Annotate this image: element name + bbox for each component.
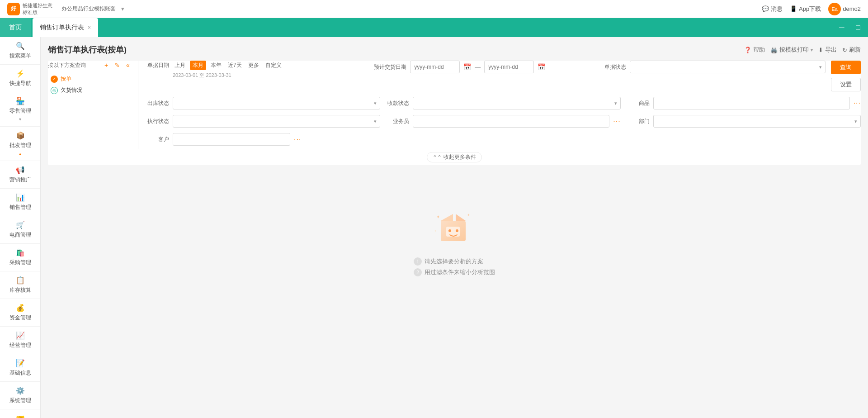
- print-arrow-icon: ▾: [811, 48, 813, 52]
- tab-bar-actions: ─ □: [835, 21, 868, 34]
- customer-input[interactable]: [173, 133, 290, 146]
- date-tab-custom[interactable]: 自定义: [264, 61, 283, 70]
- export-button[interactable]: ⬇ 导出: [818, 46, 837, 54]
- salesman-dots-button[interactable]: ···: [613, 117, 620, 125]
- svg-text:✦: ✦: [434, 229, 437, 233]
- add-scheme-button[interactable]: +: [102, 61, 111, 70]
- search-icon: 🔍: [16, 42, 25, 50]
- calendar-start-icon[interactable]: 📅: [463, 63, 471, 71]
- empty-hints: 1 请先选择要分析的方案 2 用过滤条件来缩小分析范围: [414, 257, 495, 276]
- tab-sales-order[interactable]: 销售订单执行表 ×: [33, 18, 98, 37]
- date-tab-more[interactable]: 更多: [246, 61, 261, 70]
- scheme-item-欠货情况[interactable]: ◎ 欠货情况: [48, 85, 132, 96]
- scheme-item-按单[interactable]: ✓ 按单: [48, 73, 132, 85]
- sidebar-item-operation[interactable]: 📈 经营管理: [0, 327, 40, 354]
- sidebar-item-stock[interactable]: 📋 库存核算: [0, 271, 40, 299]
- exec-status-label: 执行状态: [146, 118, 169, 125]
- page-actions: ❓ 帮助 🖨️ 按模板打印 ▾ ⬇ 导出 ↻ 刷新: [744, 46, 861, 54]
- tab-maximize-button[interactable]: □: [852, 21, 864, 34]
- empty-hint-2: 2 用过滤条件来缩小分析范围: [414, 268, 495, 276]
- recv-status-label: 收款状态: [386, 100, 409, 107]
- out-status-select-wrap: [173, 97, 380, 109]
- svg-text:✦: ✦: [467, 213, 470, 217]
- out-status-select[interactable]: [173, 97, 380, 109]
- sidebar-item-purchase[interactable]: 🛍️ 采购管理: [0, 244, 40, 271]
- sidebar-quick-nav[interactable]: ⚡ 快捷导航: [0, 65, 40, 92]
- sales-icon: 📊: [16, 193, 25, 202]
- top-bar: 好 畅捷通好生意 标准版 办公用品行业模拟账套 ▾ 💬 消息 📱 App下载 E…: [0, 0, 868, 18]
- sidebar-item-basic[interactable]: 📝 基础信息: [0, 354, 40, 382]
- user-menu-button[interactable]: Ea demo2: [828, 3, 861, 15]
- empty-hint-1: 1 请先选择要分析的方案: [414, 257, 495, 266]
- svg-point-5: [456, 229, 458, 232]
- wholesale-arrow-icon: ▴: [19, 151, 21, 156]
- filter-row2: 出库状态 收款状态 商品: [146, 97, 861, 109]
- system-icon: ⚙️: [16, 386, 25, 395]
- goods-input[interactable]: [653, 97, 850, 109]
- collapse-row: ⌃⌃ 收起更多条件: [48, 149, 861, 165]
- sidebar-item-enterprise[interactable]: 🤝 企业协同: [0, 409, 40, 418]
- date-tab-this-year[interactable]: 本年: [209, 61, 223, 70]
- tab-home[interactable]: 首页: [0, 18, 31, 37]
- scheme-normal-icon: ◎: [51, 87, 58, 94]
- main-layout: 🔍 搜索菜单 ⚡ 快捷导航 🏪 零售管理 ▾ 📦 批发管理 ▴ 📢 营销推广 📊…: [0, 37, 868, 418]
- logo-icon: 好: [7, 3, 20, 15]
- enterprise-icon: 🤝: [16, 414, 25, 418]
- app-download-button[interactable]: 📱 App下载: [790, 5, 821, 13]
- empty-state: ✦ ✦ ✦ 1 请先选择要分析的方案 2 用过滤条件来缩小分析范围: [48, 169, 861, 313]
- expected-date-end-input[interactable]: [484, 61, 534, 73]
- wholesale-icon: 📦: [16, 131, 25, 140]
- refresh-icon: ↻: [842, 47, 847, 53]
- sidebar-item-wholesale[interactable]: 📦 批发管理 ▴: [0, 127, 40, 161]
- message-button[interactable]: 💬 消息: [762, 5, 783, 13]
- date-tab-this-month[interactable]: 本月: [190, 61, 206, 70]
- date-tab-last-month[interactable]: 上月: [173, 61, 187, 70]
- breadcrumb-arrow[interactable]: ▾: [121, 5, 124, 12]
- date-tab-last7[interactable]: 近7天: [226, 61, 244, 70]
- help-button[interactable]: ❓ 帮助: [744, 46, 765, 54]
- goods-label: 商品: [626, 100, 650, 107]
- scheme-active-icon: ✓: [51, 76, 58, 83]
- sidebar-item-retail[interactable]: 🏪 零售管理 ▾: [0, 92, 40, 127]
- breadcrumb: 办公用品行业模拟账套: [61, 5, 116, 13]
- recv-status-select[interactable]: [413, 97, 620, 109]
- query-button[interactable]: 查询: [831, 61, 861, 74]
- collapse-scheme-button[interactable]: «: [123, 61, 132, 70]
- expected-date-start-input[interactable]: [410, 61, 460, 73]
- filter-scheme-header: 按以下方案查询 + ✎ «: [48, 61, 132, 70]
- edit-scheme-button[interactable]: ✎: [113, 61, 122, 70]
- operation-icon: 📈: [16, 331, 25, 340]
- setting-button[interactable]: 设置: [831, 78, 861, 91]
- sidebar-search[interactable]: 🔍 搜索菜单: [0, 37, 40, 65]
- refresh-button[interactable]: ↻ 刷新: [842, 46, 861, 54]
- empty-icon: ✦ ✦ ✦: [432, 205, 477, 250]
- dept-cell: 部门: [626, 115, 861, 128]
- goods-cell: 商品 ···: [626, 97, 861, 109]
- date-separator: —: [475, 64, 481, 71]
- edit-icon: ✎: [114, 62, 120, 69]
- exec-status-select[interactable]: [173, 115, 380, 128]
- sidebar-item-ecommerce[interactable]: 🛒 电商管理: [0, 216, 40, 244]
- tab-close-icon[interactable]: ×: [88, 24, 91, 31]
- collapse-more-button[interactable]: ⌃⌃ 收起更多条件: [427, 152, 482, 162]
- recv-status-cell: 收款状态: [386, 97, 620, 109]
- help-icon: ❓: [744, 47, 751, 53]
- goods-dots-button[interactable]: ···: [854, 99, 861, 107]
- sidebar-item-sales[interactable]: 📊 销售管理: [0, 189, 40, 216]
- ecommerce-icon: 🛒: [16, 221, 25, 229]
- filter-row4: 客户 ···: [146, 133, 861, 146]
- finance-icon: 💰: [16, 304, 25, 312]
- out-status-cell: 出库状态: [146, 97, 380, 109]
- sidebar-item-finance[interactable]: 💰 资金管理: [0, 299, 40, 327]
- tab-minimize-button[interactable]: ─: [835, 21, 848, 34]
- filter-layout: 按以下方案查询 + ✎ « ✓ 按单: [48, 61, 861, 149]
- retail-arrow-icon: ▾: [19, 117, 21, 122]
- calendar-end-icon[interactable]: 📅: [538, 63, 545, 71]
- sidebar-item-system[interactable]: ⚙️ 系统管理: [0, 382, 40, 409]
- sidebar-item-marketing[interactable]: 📢 营销推广: [0, 161, 40, 189]
- dept-select[interactable]: [653, 115, 861, 128]
- doc-status-select[interactable]: [630, 61, 826, 73]
- salesman-input[interactable]: [413, 115, 609, 128]
- customer-dots-button[interactable]: ···: [294, 135, 301, 143]
- print-button[interactable]: 🖨️ 按模板打印 ▾: [770, 46, 813, 54]
